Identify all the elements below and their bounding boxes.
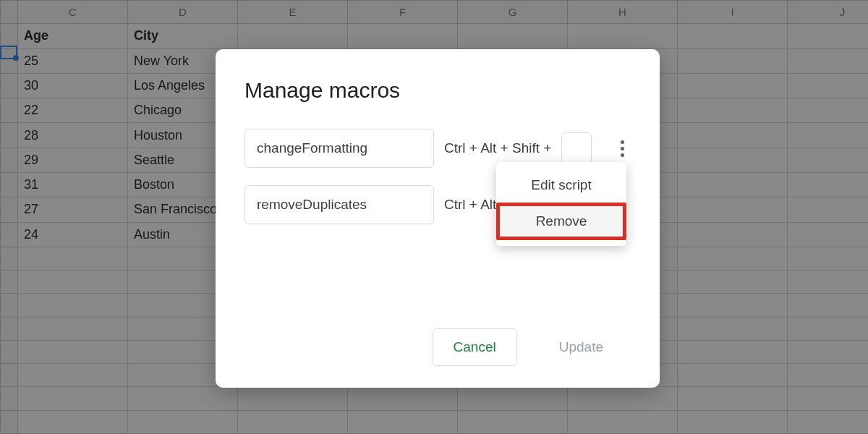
macro-options-dropdown: Edit script Remove bbox=[496, 162, 626, 246]
cancel-button[interactable]: Cancel bbox=[433, 328, 517, 366]
dialog-title: Manage macros bbox=[244, 78, 631, 103]
edit-script-item[interactable]: Edit script bbox=[496, 168, 626, 203]
shortcut-key-input[interactable] bbox=[561, 132, 592, 164]
remove-item[interactable]: Remove bbox=[496, 203, 626, 240]
shortcut-label: Ctrl + Alt bbox=[444, 197, 496, 213]
update-button[interactable]: Update bbox=[539, 329, 624, 365]
manage-macros-dialog: Manage macros changeFormatting Ctrl + Al… bbox=[216, 49, 660, 388]
macro-name-input[interactable]: changeFormatting bbox=[244, 129, 434, 168]
shortcut-label: Ctrl + Alt + Shift + bbox=[444, 140, 551, 156]
dialog-footer: Cancel Update bbox=[433, 328, 624, 366]
more-options-icon[interactable] bbox=[613, 140, 631, 157]
macro-name-input[interactable]: removeDuplicates bbox=[244, 185, 434, 224]
